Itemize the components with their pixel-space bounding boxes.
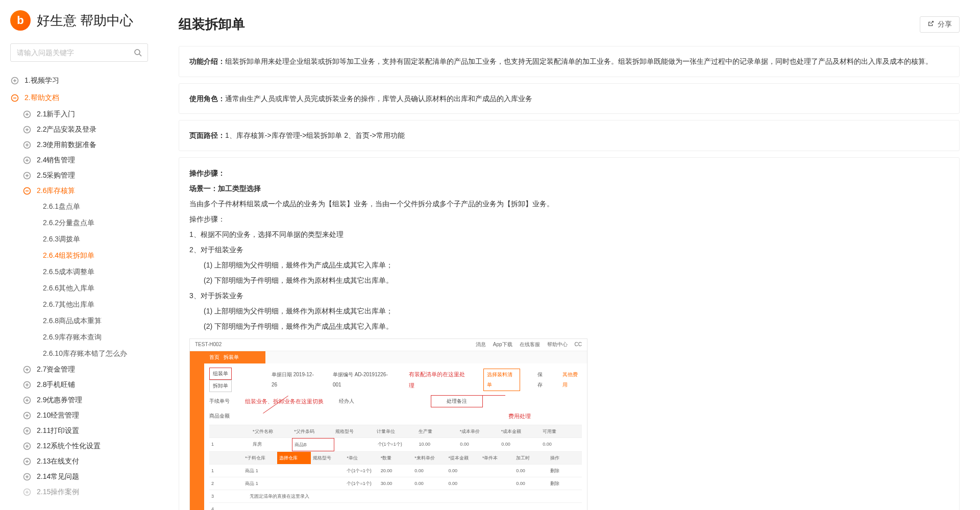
- plus-icon: [22, 457, 32, 466]
- nav-item-211[interactable]: 2.11打印设置: [22, 423, 148, 439]
- scene-desc: 当由多个子件材料组装成一个成品的业务为【组装】业务，当由一个父件拆分成多个子产品…: [189, 197, 949, 211]
- svg-line-1: [139, 54, 141, 56]
- plus-icon: [22, 442, 32, 451]
- step3: 3、对于拆装业务: [189, 288, 949, 303]
- search-input[interactable]: [10, 43, 148, 62]
- nav-leaf-266[interactable]: 2.6.6其他入库单: [43, 280, 148, 297]
- logo-icon: b: [10, 10, 31, 31]
- plus-icon: [22, 140, 32, 150]
- plus-icon: [22, 396, 32, 405]
- minus-icon: [10, 93, 19, 103]
- nav-leaf-262[interactable]: 2.6.2分量盘点单: [43, 215, 148, 231]
- nav-label: 2.15操作案例: [37, 488, 79, 497]
- intro-text: 组装拆卸单用来处理企业组装或拆卸等加工业务，支持有固定装配清单的产品加工业务，也…: [225, 57, 933, 65]
- share-button[interactable]: 分享: [920, 16, 960, 33]
- role-box: 使用角色：通常由生产人员或库管人员完成拆装业务的操作，库管人员确认原材料的出库和…: [179, 83, 960, 114]
- sp-menu: App下载: [493, 339, 512, 350]
- page-title: 组装拆卸单: [179, 15, 245, 33]
- steps-title: 操作步骤：: [189, 166, 949, 180]
- nav-item-24[interactable]: 2.4销售管理: [22, 153, 148, 168]
- plus-icon: [22, 156, 32, 165]
- path-box: 页面路径：1、库存核算->库存管理->组装拆卸单 2、首页->常用功能: [179, 120, 960, 151]
- nav-leaf-264[interactable]: 2.6.4组装拆卸单: [43, 248, 148, 264]
- plus-icon: [22, 380, 32, 390]
- nav-leaf-267[interactable]: 2.6.7其他出库单: [43, 297, 148, 313]
- brand-row: b 好生意 帮助中心: [10, 10, 148, 31]
- nav-item-210[interactable]: 2.10经营管理: [22, 408, 148, 423]
- nav-label: 2.6库存核算: [37, 186, 75, 196]
- nav-leaf-268[interactable]: 2.6.8商品成本重算: [43, 313, 148, 329]
- plus-icon: [22, 125, 32, 134]
- nav-label: 2.13在线支付: [37, 457, 79, 466]
- plus-icon: [22, 411, 32, 420]
- nav-label: 2.3使用前数据准备: [37, 140, 96, 150]
- nav-label: 2.9优惠券管理: [37, 396, 82, 405]
- plus-icon: [22, 171, 32, 180]
- nav-item-214[interactable]: 2.14常见问题: [22, 469, 148, 484]
- svg-point-0: [135, 50, 140, 55]
- nav-item-video[interactable]: 1.视频学习: [10, 72, 148, 89]
- plus-icon: [22, 365, 32, 374]
- step2b: (2) 下部明细为子件明细，最终作为原材料生成其它出库单。: [189, 273, 949, 287]
- step3b: (2) 下部明细为子件明细，最终作为产成品生成其它入库单。: [189, 319, 949, 333]
- nav-leaf-269[interactable]: 2.6.9库存账本查询: [43, 329, 148, 346]
- nav-label: 2.2产品安装及登录: [37, 125, 96, 134]
- nav-item-25[interactable]: 2.5采购管理: [22, 168, 148, 183]
- search-wrap: [10, 43, 148, 62]
- share-icon: [927, 20, 935, 29]
- intro-box: 功能介绍：组装拆卸单用来处理企业组装或拆卸等加工业务，支持有固定装配清单的产品加…: [179, 46, 960, 77]
- nav-label: 2.12系统个性化设置: [37, 442, 101, 451]
- nav-item-26[interactable]: 2.6库存核算: [22, 183, 148, 199]
- embedded-screenshot: TEST-H002 消息 App下载 在线客服 帮助中心 CC 首页 拆装单 组…: [189, 338, 587, 510]
- nav-label: 2.7资金管理: [37, 365, 75, 374]
- path-label: 页面路径：: [189, 131, 225, 139]
- nav-leaf-261[interactable]: 2.6.1盘点单: [43, 199, 148, 215]
- nav-item-21[interactable]: 2.1新手入门: [22, 107, 148, 122]
- sp-menu: 帮助中心: [547, 339, 568, 350]
- step3a: (1) 上部明细为父件明细，最终作为原材料生成其它出库单；: [189, 304, 949, 318]
- nav-leaf-265[interactable]: 2.6.5成本调整单: [43, 264, 148, 280]
- nav-label: 2.4销售管理: [37, 156, 75, 165]
- steps-box: 操作步骤： 场景一：加工类型选择 当由多个子件材料组装成一个成品的业务为【组装】…: [179, 157, 960, 510]
- plus-icon: [22, 110, 32, 119]
- role-text: 通常由生产人员或库管人员完成拆装业务的操作，库管人员确认原材料的出库和产成品的入…: [225, 94, 532, 103]
- nav-label: 2.14常见问题: [37, 472, 79, 481]
- nav-item-215[interactable]: 2.15操作案例: [22, 484, 148, 500]
- nav-item-23[interactable]: 2.3使用前数据准备: [22, 137, 148, 153]
- sidebar: b 好生意 帮助中心 1.视频学习 2.帮助文档 2.1新手入门 2.2产品安装…: [0, 0, 158, 510]
- nav-label: 2.8手机旺铺: [37, 380, 75, 390]
- nav-item-29[interactable]: 2.9优惠券管理: [22, 393, 148, 408]
- step1: 1、根据不同的业务，选择不同单据的类型来处理: [189, 227, 949, 241]
- sp-user: CC: [575, 339, 582, 350]
- share-label: 分享: [938, 20, 952, 29]
- nav-item-28[interactable]: 2.8手机旺铺: [22, 377, 148, 393]
- sp-company: TEST-H002: [195, 339, 222, 350]
- plus-icon: [10, 76, 19, 85]
- brand-title: 好生意 帮助中心: [37, 12, 133, 30]
- search-icon[interactable]: [134, 48, 142, 57]
- minus-icon: [22, 186, 32, 196]
- scene-title: 场景一：加工类型选择: [189, 181, 949, 196]
- nav-label: 2.5采购管理: [37, 171, 75, 180]
- sp-menu: 消息: [476, 339, 486, 350]
- nav-root: 1.视频学习 2.帮助文档 2.1新手入门 2.2产品安装及登录 2.3使用前数…: [10, 72, 148, 500]
- path-text: 1、库存核算->库存管理->组装拆卸单 2、首页->常用功能: [225, 131, 405, 139]
- plus-icon: [22, 472, 32, 481]
- nav-item-22[interactable]: 2.2产品安装及登录: [22, 122, 148, 137]
- sp-menu: 在线客服: [520, 339, 540, 350]
- nav-leaf-263[interactable]: 2.6.3调拨单: [43, 231, 148, 248]
- nav-item-docs[interactable]: 2.帮助文档: [10, 89, 148, 107]
- nav-label: 2.帮助文档: [24, 93, 59, 103]
- step2: 2、对于组装业务: [189, 242, 949, 257]
- nav-item-213[interactable]: 2.13在线支付: [22, 454, 148, 469]
- plus-icon: [22, 488, 32, 497]
- nav-label: 1.视频学习: [24, 76, 59, 85]
- nav-item-212[interactable]: 2.12系统个性化设置: [22, 439, 148, 454]
- step2a: (1) 上部明细为父件明细，最终作为产成品生成其它入库单；: [189, 258, 949, 272]
- nav-item-27[interactable]: 2.7资金管理: [22, 362, 148, 377]
- steps-label: 操作步骤：: [189, 212, 949, 226]
- nav-leaf-2610[interactable]: 2.6.10库存账本错了怎么办: [43, 346, 148, 362]
- role-label: 使用角色：: [189, 94, 225, 103]
- nav-label: 2.11打印设置: [37, 426, 79, 435]
- nav-label: 2.1新手入门: [37, 110, 75, 119]
